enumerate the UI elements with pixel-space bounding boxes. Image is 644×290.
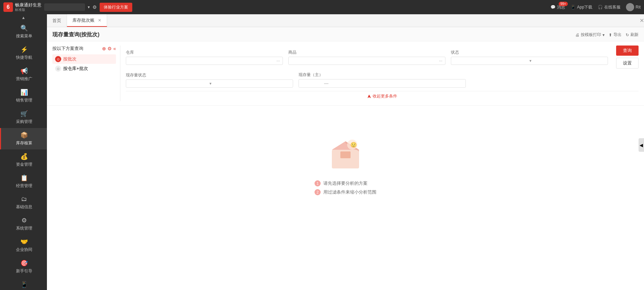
right-edge-toggle[interactable]: ◀ (639, 138, 644, 152)
refresh-btn[interactable]: ↻ 刷新 (626, 32, 639, 38)
current-qty-max-input[interactable] (331, 81, 351, 86)
stock-status-select[interactable]: ▾ (126, 79, 293, 88)
close-page-btn[interactable]: ✕ (640, 17, 644, 24)
print-dropdown-icon[interactable]: ▾ (603, 33, 605, 37)
tab-home[interactable]: 首页 (47, 14, 67, 27)
scheme-icon-warehouse-batch: ⊙ (55, 66, 61, 72)
warehouse-dots[interactable]: ··· (276, 58, 280, 63)
main-layout: ▲ 🔍 搜索菜单 ⚡ 快捷导航 📢 营销推广 📊 销售管理 🛒 采购管理 📦 库… (0, 14, 644, 290)
scheme-title: 按以下方案查询 (52, 46, 83, 52)
sidebar-item-enterprise[interactable]: 🤝 企业协同 (0, 235, 47, 256)
export-btn[interactable]: ⬆ 导出 (609, 32, 622, 38)
stock-status-label: 现存量状态 (126, 72, 293, 78)
online-service-btn[interactable]: 🎧 在线客服 (598, 4, 621, 10)
svg-text:😟: 😟 (350, 142, 357, 148)
online-service-label: 在线客服 (604, 4, 621, 10)
filter-scheme-header: 按以下方案查询 ⊕ ⚙ « (52, 46, 116, 52)
sidebar-icon-marketing: 📢 (20, 67, 28, 75)
header-search-input[interactable] (44, 3, 85, 11)
range-dash: — (324, 81, 328, 86)
sidebar-item-system[interactable]: ⚙ 系统管理 (0, 213, 47, 235)
service-icon: 🎧 (598, 5, 603, 10)
sidebar-icon-sales: 📊 (20, 89, 28, 96)
filter-settings-btn[interactable]: 设置 (616, 58, 639, 69)
warehouse-input[interactable] (129, 58, 276, 63)
tip-num-1: 1 (315, 180, 321, 186)
tab-batch-account[interactable]: 库存批次账 ✕ (67, 14, 107, 27)
header-gear-btn[interactable]: ⚙ (92, 4, 97, 10)
sidebar-icon-operation: 📋 (20, 174, 28, 182)
sidebar-item-finance[interactable]: 💰 资金管理 (0, 149, 47, 171)
sidebar-item-operation[interactable]: 📋 经营管理 (0, 171, 47, 192)
status-select[interactable]: ▾ (451, 57, 608, 65)
sidebar-label-newbie: 新手引导 (16, 268, 32, 274)
product-input-wrap[interactable]: ··· (288, 57, 445, 65)
sidebar-item-newbie[interactable]: 🎯 新手引导 (0, 256, 47, 277)
logo-icon: 6 (3, 2, 13, 12)
sidebar-label-inventory: 库存核算 (16, 140, 32, 146)
sidebar-icon-system: ⚙ (21, 217, 27, 224)
header-left: 6 畅康通好生意 标准版 ▾ ⚙ 体验行业方案 (3, 2, 132, 12)
filter-row-1: 仓库 ··· 商品 ··· (126, 46, 639, 69)
messages-badge: 99+ (559, 2, 568, 6)
sidebar-item-app-center[interactable]: 📱 应用中心 (0, 277, 47, 290)
sidebar-scroll-up[interactable]: ▲ (0, 14, 47, 21)
filter-panel: 按以下方案查询 ⊕ ⚙ « ⊙ 按批次 ⊙ 按仓库+ (47, 41, 644, 106)
tab-batch-close[interactable]: ✕ (98, 18, 101, 23)
sidebar-icon-finance: 💰 (20, 153, 28, 160)
scheme-item-batch[interactable]: ⊙ 按批次 (52, 54, 116, 64)
experience-btn[interactable]: 体验行业方案 (100, 3, 132, 12)
app-version: 标准版 (15, 8, 41, 12)
sidebar-item-search-menu[interactable]: 🔍 搜索菜单 (0, 21, 47, 42)
sidebar-item-quick-nav[interactable]: ⚡ 快捷导航 (0, 42, 47, 64)
avatar (626, 3, 634, 11)
sidebar-item-sales[interactable]: 📊 销售管理 (0, 85, 47, 107)
empty-state: 😟 1 请先选择要分析的方案 2 用过滤条件来缩小分析范围 (47, 106, 644, 222)
empty-illustration: 😟 (325, 133, 366, 174)
collapse-bar[interactable]: ⮝ 收起更多条件 (126, 91, 639, 101)
user-name: Rit (635, 5, 641, 10)
export-label: 导出 (613, 32, 622, 38)
app-download-label: App下载 (577, 4, 592, 10)
print-icon: 🖨 (575, 33, 579, 37)
sidebar-item-basic[interactable]: 🗂 基础信息 (0, 192, 47, 213)
collapse-scheme-btn[interactable]: « (113, 46, 116, 51)
current-qty-min-input[interactable] (302, 81, 322, 86)
query-btn[interactable]: 查询 (616, 46, 639, 56)
sidebar-icon-purchase: 🛒 (20, 110, 28, 117)
app-download-btn[interactable]: 📱 App下载 (571, 4, 592, 10)
product-input[interactable] (291, 58, 439, 63)
warehouse-input-wrap[interactable]: ··· (126, 57, 283, 65)
sidebar-item-inventory[interactable]: 📦 库存核算 (0, 128, 47, 149)
settings-scheme-btn[interactable]: ⚙ (107, 46, 112, 51)
scheme-item-warehouse-batch[interactable]: ⊙ 按仓库+批次 (52, 64, 116, 73)
sidebar-label-system: 系统管理 (16, 225, 32, 231)
scheme-header-left: 按以下方案查询 (52, 46, 83, 52)
sidebar-item-purchase[interactable]: 🛒 采购管理 (0, 107, 47, 128)
tab-batch-label: 库存批次账 (72, 17, 95, 23)
filter-group-status: 状态 ▾ (451, 50, 608, 65)
sidebar-icon-basic: 🗂 (21, 196, 27, 203)
current-qty-range-wrap[interactable]: — (299, 79, 466, 88)
product-dots[interactable]: ··· (439, 58, 442, 63)
filter-group-stock-status: 现存量状态 ▾ (126, 72, 293, 88)
logo-text: 畅康通好生意 标准版 (15, 2, 41, 12)
print-template-label: 按模板打印 (581, 32, 601, 38)
header-dropdown-btn[interactable]: ▾ (88, 5, 90, 10)
download-icon: 📱 (571, 5, 576, 10)
current-qty-label: 现存量（主） (299, 72, 466, 78)
sidebar: ▲ 🔍 搜索菜单 ⚡ 快捷导航 📢 营销推广 📊 销售管理 🛒 采购管理 📦 库… (0, 14, 47, 290)
messages-btn[interactable]: 💬 消息 99+ (550, 4, 565, 10)
sidebar-label-operation: 经营管理 (16, 183, 32, 189)
add-scheme-btn[interactable]: ⊕ (102, 46, 106, 51)
tip-num-2: 2 (315, 189, 321, 195)
product-label: 商品 (288, 50, 445, 55)
collapse-up-icon: ⮝ (367, 94, 371, 99)
company-name: 畅康通好生意 (15, 2, 41, 8)
print-template-btn[interactable]: 🖨 按模板打印 ▾ (575, 32, 605, 38)
content-area: 首页 库存批次账 ✕ ✕ 现存量查询(按批次) 🖨 按模板打印 ▾ (47, 14, 644, 290)
scheme-icon-batch: ⊙ (55, 56, 61, 62)
sidebar-item-marketing[interactable]: 📢 营销推广 (0, 64, 47, 85)
page-actions: 🖨 按模板打印 ▾ ⬆ 导出 ↻ 刷新 (575, 32, 639, 38)
user-info[interactable]: Rit (626, 3, 641, 11)
